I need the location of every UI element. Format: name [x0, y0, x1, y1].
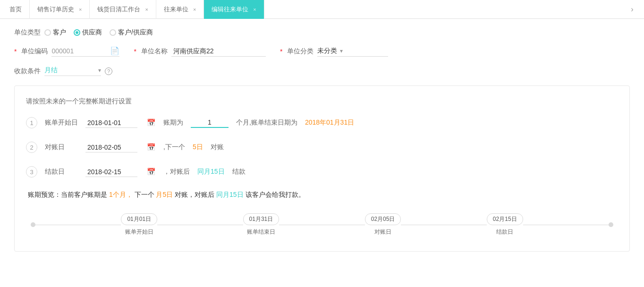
unit-type-group: 单位类型 客户 供应商 客户/供应商 [14, 28, 153, 37]
step-desc-2a: ,下一个 [163, 143, 185, 152]
timeline-node-3: 02月05日 对账日 [365, 213, 401, 236]
payment-terms-value: 月结 [44, 66, 95, 75]
timeline-line-1 [35, 225, 121, 225]
preview-mid2: 对账，对账后 [175, 191, 214, 198]
unit-type-label: 单位类型 [14, 28, 41, 37]
unit-type-radio-group: 客户 供应商 客户/供应商 [44, 28, 153, 37]
step-num-3: 3 [26, 166, 37, 177]
preview-mid1: 下一个 [135, 191, 154, 198]
step-end-date: 2018年01月31日 [305, 118, 354, 127]
radio-customer-label: 客户 [53, 28, 66, 37]
step-date-input-2[interactable] [85, 143, 137, 152]
timeline-end-dot [609, 222, 613, 227]
step-label-2: 对账日 [45, 143, 78, 152]
tabs-expand-button[interactable]: › [625, 0, 639, 19]
timeline-badge-4: 02月15日 [487, 213, 523, 225]
timeline-label-2: 账单结束日 [247, 228, 275, 236]
timeline-badge-1: 01月01日 [121, 213, 157, 225]
payment-terms-arrow-icon: ▾ [98, 67, 101, 74]
calendar-icon-1[interactable]: 📅 [147, 118, 156, 127]
unit-classification-label: 单位分类 [287, 47, 314, 56]
timeline-line-5 [523, 225, 609, 225]
step-payment-highlight: 同月15日 [197, 168, 225, 176]
tab-close-edit-partner[interactable]: × [253, 7, 256, 12]
step-num-2: 2 [26, 142, 37, 153]
timeline-label-4: 结款日 [496, 228, 513, 236]
unit-classification-required: * [280, 48, 282, 55]
step-reconcile-highlight: 5日 [193, 143, 203, 152]
unit-name-label: 单位名称 [141, 47, 168, 56]
step-desc-3a: ，对账后 [163, 168, 190, 176]
payment-terms-row: 收款条件 月结 ▾ ? [14, 66, 630, 76]
payment-terms-label: 收款条件 [14, 67, 41, 76]
radio-customer-supplier[interactable]: 客户/供应商 [110, 28, 153, 37]
unit-code-input[interactable] [51, 47, 108, 55]
unit-classification-value: 未分类 [317, 47, 337, 55]
tab-home[interactable]: 首页 [5, 0, 30, 19]
unit-code-group: * 单位编码 📄 [14, 46, 119, 57]
radio-customer-supplier-label: 客户/供应商 [118, 28, 153, 37]
step-label-1: 账单开始日 [45, 118, 78, 127]
classification-arrow-icon: ▾ [340, 48, 343, 54]
preview-date2: 同月15日 [216, 191, 244, 198]
tab-edit-partner[interactable]: 编辑往来单位 × [204, 0, 264, 19]
unit-code-wrapper: 📄 [51, 46, 119, 57]
preview-text: 账期预览：当前客户账期是 1个月， 下一个 月5日 对账，对账后 同月15日 该… [26, 191, 618, 199]
step-date-input-3[interactable] [85, 167, 137, 177]
timeline-line-4 [401, 225, 486, 225]
tab-cash-work[interactable]: 钱货日清工作台 × [90, 0, 156, 19]
radio-customer-supplier-circle [110, 29, 116, 36]
unit-name-input[interactable] [171, 47, 266, 57]
preview-label: 账期预览：当前客户账期是 [28, 191, 107, 198]
timeline-label-3: 对账日 [374, 228, 391, 236]
timeline-line-2 [157, 225, 243, 225]
payment-terms-help-icon[interactable]: ? [105, 68, 112, 75]
calendar-icon-2[interactable]: 📅 [147, 143, 156, 152]
unit-name-group: * 单位名称 [134, 47, 265, 57]
preview-period: 1个月， [109, 191, 133, 198]
timeline-node-4: 02月15日 结款日 [487, 213, 523, 236]
unit-code-label: 单位编码 [21, 47, 48, 56]
radio-customer[interactable]: 客户 [44, 28, 66, 37]
step-date-input-1[interactable] [85, 118, 137, 128]
tab-close-cash-work[interactable]: × [145, 7, 148, 12]
main-content: 单位类型 客户 供应商 客户/供应商 * 单位编码 [0, 19, 644, 287]
timeline-badge-3: 02月05日 [365, 213, 401, 225]
timeline-line-3 [279, 225, 364, 225]
step-desc-1a: 账期为 [163, 118, 183, 127]
step-num-1: 1 [26, 117, 37, 128]
timeline-node-1: 01月01日 账单开始日 [121, 213, 157, 236]
radio-supplier-circle [74, 29, 80, 36]
unit-code-copy-icon[interactable]: 📄 [110, 46, 119, 55]
timeline-node-2: 01月31日 账单结束日 [243, 213, 280, 236]
tab-partner-units[interactable]: 往来单位 × [156, 0, 204, 19]
unit-classification-select[interactable]: 未分类 ▾ [317, 47, 388, 57]
step-desc-2b: 对账 [211, 143, 224, 152]
step-desc-3b: 结款 [232, 168, 246, 176]
panel-description: 请按照未来的一个完整帐期进行设置 [26, 97, 618, 106]
timeline-container: 01月01日 账单开始日 01月31日 账单结束日 02月05日 对账日 02月… [26, 213, 618, 236]
tab-close-partner-units[interactable]: × [193, 7, 196, 12]
step-row-3: 3 结款日 📅 ，对账后 同月15日 结款 [26, 166, 618, 177]
tab-close-sales-history[interactable]: × [79, 7, 82, 12]
step-row-2: 2 对账日 📅 ,下一个 5日 对账 [26, 142, 618, 153]
step-desc-1b: 个月,账单结束日期为 [236, 118, 297, 127]
radio-customer-circle [44, 29, 51, 36]
preview-end: 该客户会给我打款。 [246, 191, 305, 198]
tabs-bar: 首页 销售订单历史 × 钱货日清工作台 × 往来单位 × 编辑往来单位 × › [0, 0, 644, 19]
step-row-1: 1 账单开始日 📅 账期为 个月,账单结束日期为 2018年01月31日 [26, 117, 618, 128]
unit-type-row: 单位类型 客户 供应商 客户/供应商 [14, 28, 630, 37]
unit-code-required: * [14, 48, 17, 55]
calendar-icon-3[interactable]: 📅 [147, 168, 156, 176]
billing-period-panel: 请按照未来的一个完整帐期进行设置 1 账单开始日 📅 账期为 个月,账单结束日期… [14, 85, 630, 252]
period-value-input[interactable] [191, 118, 229, 128]
payment-terms-group: 收款条件 月结 ▾ ? [14, 66, 112, 76]
step-label-3: 结款日 [45, 168, 78, 176]
timeline-badge-2: 01月31日 [243, 213, 280, 225]
unit-info-row: * 单位编码 📄 * 单位名称 * 单位分类 未分类 ▾ [14, 46, 630, 57]
unit-classification-group: * 单位分类 未分类 ▾ [280, 47, 388, 57]
radio-supplier[interactable]: 供应商 [74, 28, 102, 37]
unit-name-required: * [134, 48, 136, 55]
payment-terms-select[interactable]: 月结 ▾ [44, 66, 101, 76]
tab-sales-history[interactable]: 销售订单历史 × [30, 0, 90, 19]
